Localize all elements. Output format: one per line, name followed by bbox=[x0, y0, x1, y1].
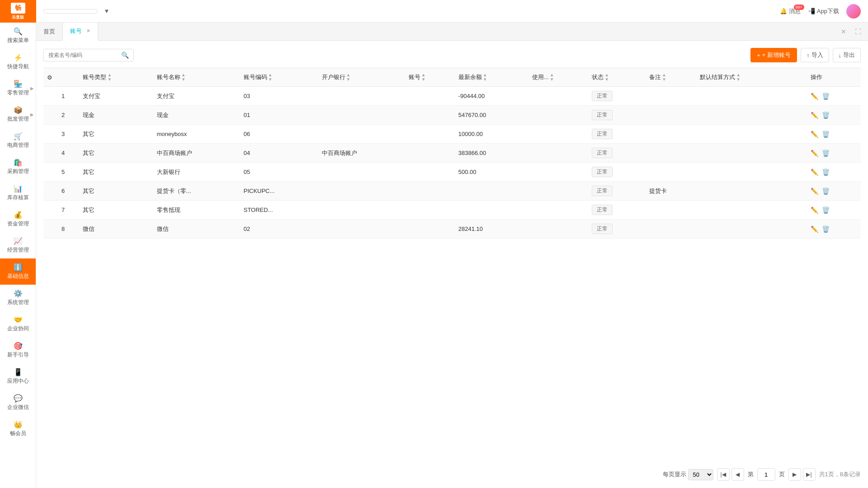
action-icons: ✏️🗑️ bbox=[811, 188, 857, 195]
import-button[interactable]: ↑ 导入 bbox=[801, 48, 829, 62]
sidebar-item-search-menu[interactable]: 🔍 搜索菜单 bbox=[0, 23, 36, 49]
th-gear[interactable]: ⚙ bbox=[43, 68, 58, 87]
table-cell bbox=[696, 106, 807, 125]
page-first-btn[interactable]: |◀ bbox=[717, 468, 730, 481]
sidebar-item-retail-mgmt[interactable]: 🏪 零售管理 ▶ bbox=[0, 75, 36, 101]
th-remark-label: 备注 bbox=[649, 73, 661, 81]
sidebar-item-new-guide[interactable]: 🎯 新手引导 bbox=[0, 337, 36, 363]
table-cell bbox=[646, 125, 696, 144]
sidebar-item-ops-mgmt[interactable]: 📈 经营管理 bbox=[0, 232, 36, 258]
th-account-name[interactable]: 账号名称 ▲▼ bbox=[153, 68, 240, 87]
edit-icon[interactable]: ✏️ bbox=[811, 188, 818, 195]
finance-mgmt-icon: 💰 bbox=[14, 211, 23, 219]
header-right: 🔔 消息 99+ 📲 App下载 bbox=[780, 4, 861, 19]
table-cell: 10000.00 bbox=[455, 125, 528, 144]
sort-icon-account-name: ▲▼ bbox=[181, 73, 186, 82]
th-open-bank[interactable]: 开户银行 ▲▼ bbox=[318, 68, 405, 87]
table-cell bbox=[696, 163, 807, 182]
delete-icon[interactable]: 🗑️ bbox=[822, 93, 830, 100]
th-account-no[interactable]: 账号 ▲▼ bbox=[405, 68, 455, 87]
sidebar-item-quick-nav[interactable]: ⚡ 快捷导航 bbox=[0, 49, 36, 75]
user-avatar[interactable] bbox=[846, 4, 861, 19]
table-cell: 6 bbox=[58, 182, 79, 201]
sidebar-item-ecommerce-mgmt[interactable]: 🛒 电商管理 bbox=[0, 127, 36, 154]
edit-icon[interactable]: ✏️ bbox=[811, 112, 818, 119]
sidebar-item-company-agreement[interactable]: 🤝 企业协同 bbox=[0, 311, 36, 337]
per-page-label: 每页显示 bbox=[663, 470, 686, 479]
table-cell: 500.00 bbox=[455, 163, 528, 182]
inventory-check-icon: 📊 bbox=[14, 184, 23, 193]
tab-expand-btn[interactable]: ⛶ bbox=[852, 25, 864, 38]
page-prev-btn[interactable]: ◀ bbox=[731, 468, 744, 481]
th-account-type[interactable]: 账号类型 ▲▼ bbox=[79, 68, 153, 87]
page-size-dropdown[interactable]: 50 10 20 100 bbox=[688, 469, 713, 480]
edit-icon[interactable]: ✏️ bbox=[811, 150, 818, 157]
table-cell bbox=[43, 106, 58, 125]
page-next-btn[interactable]: ▶ bbox=[788, 468, 801, 481]
page-last-btn[interactable]: ▶| bbox=[803, 468, 816, 481]
edit-icon[interactable]: ✏️ bbox=[811, 131, 818, 138]
table-cell: 7 bbox=[58, 201, 79, 220]
toolbar: 🔍 + + 新增账号 ↑ 导入 ↓ 导出 bbox=[43, 48, 861, 62]
sidebar-item-app-center[interactable]: 📱 应用中心 bbox=[0, 363, 36, 389]
delete-icon[interactable]: 🗑️ bbox=[822, 150, 830, 157]
table-cell bbox=[696, 201, 807, 220]
sidebar-item-basic-info[interactable]: ℹ️ 基础信息 bbox=[0, 258, 36, 285]
add-account-button[interactable]: + + 新增账号 bbox=[750, 48, 797, 62]
th-default-settlement[interactable]: 默认结算方式 ▲▼ bbox=[696, 68, 807, 87]
sidebar-item-label: 畅会员 bbox=[10, 430, 26, 437]
table-cell bbox=[646, 201, 696, 220]
table-cell: 其它 bbox=[79, 125, 153, 144]
export-button[interactable]: ↓ 导出 bbox=[833, 48, 861, 62]
delete-icon[interactable]: 🗑️ bbox=[822, 112, 830, 119]
th-latest-balance[interactable]: 最新余额 ▲▼ bbox=[455, 68, 528, 87]
delete-icon[interactable]: 🗑️ bbox=[822, 206, 830, 214]
header-search-box[interactable] bbox=[43, 9, 98, 14]
delete-icon[interactable]: 🗑️ bbox=[822, 188, 830, 195]
chevron-right-icon: ▶ bbox=[30, 86, 34, 91]
edit-icon[interactable]: ✏️ bbox=[811, 206, 818, 214]
logo-icon: 畅 bbox=[11, 3, 25, 14]
edit-icon[interactable]: ✏️ bbox=[811, 93, 818, 100]
page-input[interactable] bbox=[757, 468, 775, 481]
sidebar-item-finance-mgmt[interactable]: 💰 资金管理 bbox=[0, 206, 36, 232]
search-icon[interactable]: 🔍 bbox=[121, 52, 129, 59]
edit-icon[interactable]: ✏️ bbox=[811, 169, 818, 176]
header-dropdown-btn[interactable]: ▼ bbox=[101, 6, 112, 17]
th-usage[interactable]: 使用... ▲▼ bbox=[528, 68, 588, 87]
table-cell: 547670.00 bbox=[455, 106, 528, 125]
sidebar-item-system-mgmt[interactable]: ⚙️ 系统管理 bbox=[0, 285, 36, 311]
tab-close-btn[interactable]: ✕ bbox=[86, 28, 90, 34]
tab-bar: 首页 账号 ✕ ✕ ⛶ bbox=[36, 23, 868, 41]
table-cell bbox=[318, 201, 405, 220]
sidebar-item-purchase-mgmt[interactable]: 🛍️ 采购管理 bbox=[0, 154, 36, 180]
sidebar-item-wholesale-mgmt[interactable]: 📦 批发管理 ▶ bbox=[0, 101, 36, 127]
th-remark[interactable]: 备注 ▲▼ bbox=[646, 68, 696, 87]
bell-icon: 🔔 bbox=[780, 8, 787, 14]
delete-icon[interactable]: 🗑️ bbox=[822, 225, 830, 233]
th-account-code[interactable]: 账号编码 ▲▼ bbox=[240, 68, 318, 87]
sidebar-item-vip-member[interactable]: 👑 畅会员 bbox=[0, 416, 36, 442]
tab-close-all-btn[interactable]: ✕ bbox=[837, 25, 850, 38]
notification-btn[interactable]: 🔔 消息 99+ bbox=[780, 7, 801, 15]
sidebar-item-inventory-check[interactable]: 📊 库存核算 bbox=[0, 180, 36, 206]
search-input[interactable] bbox=[48, 52, 121, 58]
edit-icon[interactable]: ✏️ bbox=[811, 225, 818, 233]
wholesale-mgmt-icon: 📦 bbox=[14, 106, 23, 114]
delete-icon[interactable]: 🗑️ bbox=[822, 131, 830, 138]
search-input-wrap[interactable]: 🔍 bbox=[43, 49, 134, 61]
settings-icon[interactable]: ⚙ bbox=[47, 74, 52, 81]
table-cell bbox=[405, 220, 455, 239]
basic-info-icon: ℹ️ bbox=[14, 263, 23, 272]
sidebar-item-company-wechat[interactable]: 💬 企业微信 bbox=[0, 389, 36, 416]
export-label: 导出 bbox=[843, 51, 855, 59]
tab-home[interactable]: 首页 bbox=[36, 23, 63, 41]
delete-icon[interactable]: 🗑️ bbox=[822, 169, 830, 176]
tab-account[interactable]: 账号 ✕ bbox=[63, 23, 98, 41]
table-container: ⚙ 账号类型 ▲▼ 账号名称 ▲▼ bbox=[43, 68, 861, 463]
table-cell bbox=[646, 106, 696, 125]
th-status[interactable]: 状态 ▲▼ bbox=[588, 68, 646, 87]
table-row: 8微信微信0228241.10正常✏️🗑️ bbox=[43, 220, 861, 239]
table-cell bbox=[528, 220, 588, 239]
app-download-btn[interactable]: 📲 App下载 bbox=[808, 7, 839, 15]
